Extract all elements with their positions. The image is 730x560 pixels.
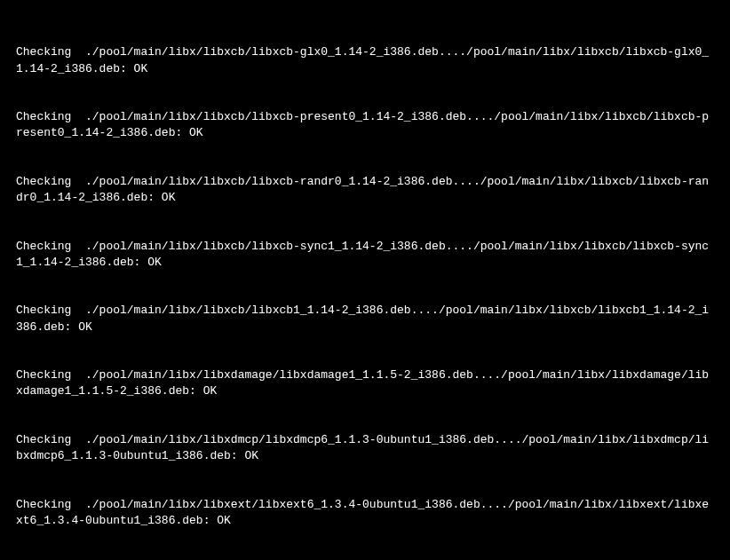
terminal-line: Checking ./pool/main/libx/libxcb/libxcb-… xyxy=(16,239,714,271)
terminal-line: Checking ./pool/main/libx/libxext/libxex… xyxy=(16,497,714,529)
terminal-line: Checking ./pool/main/libx/libxcb/libxcb-… xyxy=(16,109,714,141)
terminal-line: Checking ./pool/main/libx/libxcb/libxcb-… xyxy=(16,174,714,206)
terminal-line: Checking ./pool/main/libx/libxcb/libxcb1… xyxy=(16,303,714,335)
terminal-line: Checking ./pool/main/libx/libxdamage/lib… xyxy=(16,367,714,399)
terminal-line: Checking ./pool/main/libx/libxdmcp/libxd… xyxy=(16,432,714,464)
terminal-output: Checking ./pool/main/libx/libxcb/libxcb-… xyxy=(16,12,714,560)
terminal-line: Checking ./pool/main/libx/libxcb/libxcb-… xyxy=(16,44,714,76)
